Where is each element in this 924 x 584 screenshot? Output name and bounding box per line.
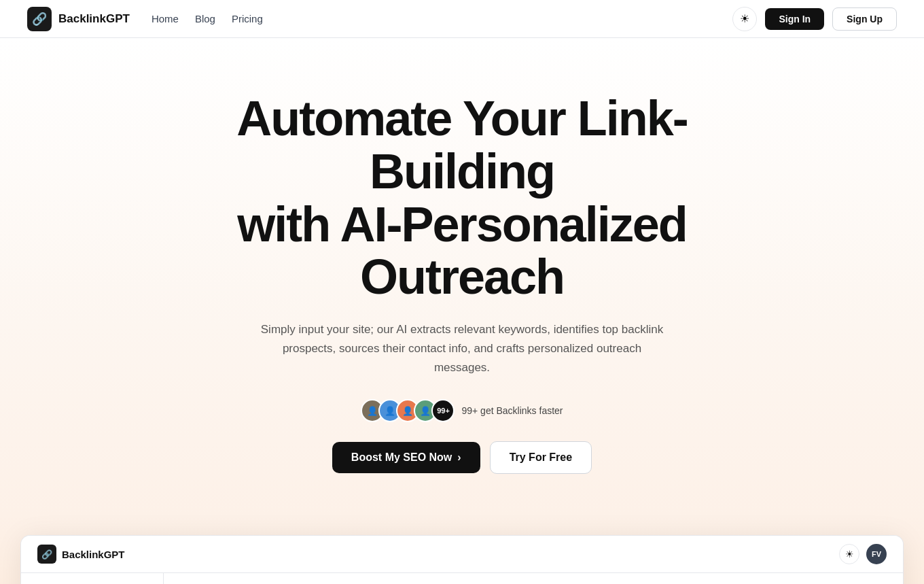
app-preview: 🔗 BacklinkGPT ☀ FV My Websites ⊞ Campaig…	[20, 535, 904, 584]
app-logo: 🔗 BacklinkGPT	[37, 545, 125, 564]
avatar-count-badge: 99+	[431, 399, 455, 422]
app-user-avatar[interactable]: FV	[866, 544, 887, 564]
hero-title-line1: Automate Your Link-Building	[236, 91, 687, 199]
nav-left: 🔗 BacklinkGPT Home Blog Pricing	[27, 7, 263, 31]
social-proof-text: 99+ get Backlinks faster	[461, 405, 563, 416]
hero-subtitle: Simply input your site; our AI extracts …	[258, 320, 666, 377]
nav-links: Home Blog Pricing	[152, 13, 263, 24]
logo-text: BacklinkGPT	[58, 12, 130, 26]
avatar-group: 👤 👤 👤 👤 99+	[361, 399, 455, 422]
logo[interactable]: 🔗 BacklinkGPT	[27, 7, 130, 31]
app-logo-text: BacklinkGPT	[62, 549, 125, 560]
signup-button[interactable]: Sign Up	[832, 7, 897, 31]
sun-icon: ☀	[740, 12, 749, 25]
nav-link-blog[interactable]: Blog	[195, 13, 215, 24]
hero-title: Automate Your Link-Building with AI-Pers…	[156, 92, 768, 304]
app-logo-icon: 🔗	[37, 545, 56, 564]
app-navbar: 🔗 BacklinkGPT ☀ FV	[21, 536, 903, 573]
hero-section: Automate Your Link-Building with AI-Pers…	[0, 38, 924, 515]
app-nav-right: ☀ FV	[839, 544, 887, 564]
cta-primary-button[interactable]: Boost My SEO Now ›	[332, 442, 480, 473]
logo-icon: 🔗	[27, 7, 52, 31]
app-preview-wrapper: 🔗 BacklinkGPT ☀ FV My Websites ⊞ Campaig…	[0, 515, 924, 584]
app-main-content: All Outreach messages Overview of all ou…	[164, 573, 903, 584]
arrow-icon: ›	[457, 451, 461, 464]
app-sidebar: My Websites ⊞ Campaigns Prospecting ◈ Ba…	[21, 573, 164, 584]
social-proof: 👤 👤 👤 👤 99+ 99+ get Backlinks faster	[27, 399, 897, 422]
app-body: My Websites ⊞ Campaigns Prospecting ◈ Ba…	[21, 573, 903, 584]
navbar: 🔗 BacklinkGPT Home Blog Pricing ☀ Sign I…	[0, 0, 924, 38]
cta-secondary-button[interactable]: Try For Free	[490, 441, 592, 474]
nav-link-pricing[interactable]: Pricing	[232, 13, 263, 24]
theme-toggle-button[interactable]: ☀	[732, 7, 757, 31]
app-sun-icon: ☀	[845, 549, 854, 560]
nav-right: ☀ Sign In Sign Up	[732, 7, 897, 31]
app-theme-button[interactable]: ☀	[839, 544, 859, 564]
hero-buttons: Boost My SEO Now › Try For Free	[27, 441, 897, 474]
signin-button[interactable]: Sign In	[765, 8, 824, 30]
hero-title-line2: with AI-Personalized Outreach	[237, 197, 686, 305]
nav-link-home[interactable]: Home	[152, 13, 179, 24]
cta-primary-label: Boost My SEO Now	[351, 451, 452, 464]
